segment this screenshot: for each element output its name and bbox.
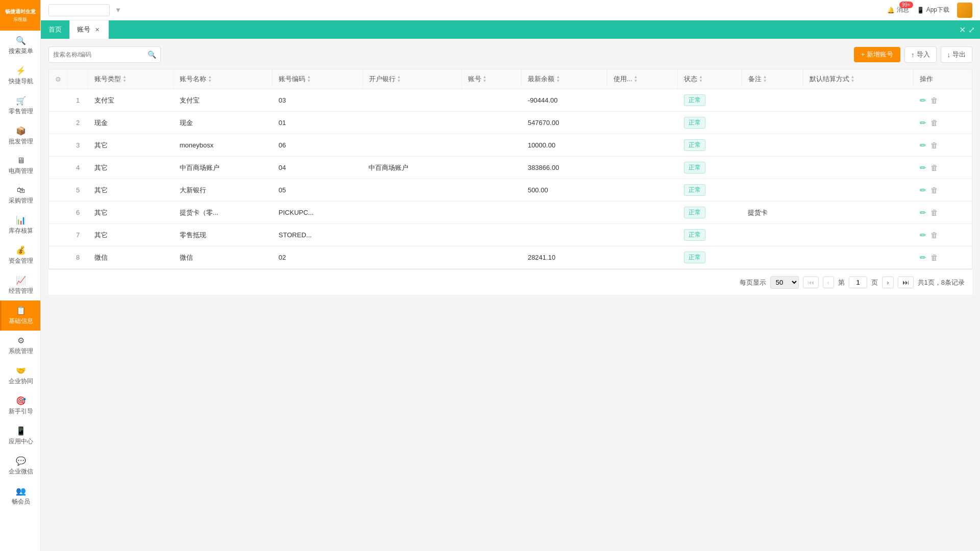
import-button[interactable]: ↑ 导入	[904, 46, 937, 63]
last-page-button[interactable]: ⏭	[898, 277, 914, 288]
import-icon: ↑	[911, 51, 915, 59]
page-number-input[interactable]	[849, 277, 867, 288]
row-type: 其它	[88, 134, 174, 157]
delete-button[interactable]: 🗑	[930, 186, 938, 194]
row-actions: ✏ 🗑	[914, 134, 972, 157]
sidebar-item-quicknav[interactable]: ⚡快捷导航	[0, 61, 40, 91]
row-default-payment	[803, 89, 914, 112]
edit-button[interactable]: ✏	[920, 186, 926, 195]
th-status[interactable]: 状态▲▼	[678, 69, 742, 89]
search-input[interactable]	[53, 51, 148, 58]
sidebar-item-basic[interactable]: 📋基础信息	[0, 300, 40, 331]
row-status: 正常	[678, 202, 742, 224]
row-balance: 500.00	[522, 179, 607, 202]
edit-button[interactable]: ✏	[920, 253, 926, 262]
sidebar-item-appcenter[interactable]: 📱应用中心	[0, 421, 40, 451]
user-avatar[interactable]	[957, 3, 972, 18]
delete-button[interactable]: 🗑	[930, 231, 938, 239]
edit-button[interactable]: ✏	[920, 163, 926, 172]
sidebar-item-finance[interactable]: 💰资金管理	[0, 240, 40, 270]
notification-badge: 99+	[899, 2, 913, 8]
status-badge: 正常	[684, 229, 705, 241]
row-balance: -90444.00	[522, 89, 607, 112]
row-name: 大新银行	[174, 179, 273, 202]
sidebar-item-wechat[interactable]: 💬企业微信	[0, 451, 40, 481]
sidebar-item-retail[interactable]: 🛒零售管理	[0, 91, 40, 121]
row-remark	[742, 134, 803, 157]
th-code[interactable]: 账号编码▲▼	[273, 69, 362, 89]
sidebar-item-wholesale[interactable]: 📦批发管理	[0, 121, 40, 151]
page-size-select[interactable]: 50 100 200	[770, 276, 799, 289]
row-balance	[522, 224, 607, 246]
row-actions: ✏ 🗑	[914, 157, 972, 179]
logo-text: 畅捷通时生意	[5, 8, 36, 15]
row-actions: ✏ 🗑	[914, 89, 972, 112]
status-badge: 正常	[684, 117, 705, 129]
edit-button[interactable]: ✏	[920, 118, 926, 128]
th-remark[interactable]: 备注▲▼	[742, 69, 803, 89]
sidebar-item-ecommerce[interactable]: 🖥电商管理	[0, 151, 40, 181]
edit-button[interactable]: ✏	[920, 96, 926, 105]
tab-home[interactable]: 首页	[41, 20, 69, 39]
row-num: 4	[68, 157, 88, 179]
sidebar-item-operations[interactable]: 📈经营管理	[0, 270, 40, 300]
topbar: ▼ 🔔 消息 99+ 📱 App下载	[41, 0, 980, 20]
sidebar-item-purchase[interactable]: 🛍采购管理	[0, 181, 40, 210]
edit-button[interactable]: ✏	[920, 231, 926, 240]
wholesale-icon: 📦	[16, 126, 26, 136]
add-account-button[interactable]: + 新增账号	[854, 47, 900, 62]
sidebar-item-cooperation[interactable]: 🤝企业协同	[0, 361, 40, 391]
th-account[interactable]: 账号▲▼	[461, 69, 522, 89]
row-num: 2	[68, 112, 88, 134]
sidebar-item-inventory[interactable]: 📊库存核算	[0, 210, 40, 240]
topbar-dropdown-icon[interactable]: ▼	[115, 6, 121, 14]
delete-button[interactable]: 🗑	[930, 141, 938, 149]
row-settings	[49, 202, 68, 224]
th-balance[interactable]: 最新余额▲▼	[522, 69, 607, 89]
next-page-button[interactable]: ›	[882, 277, 893, 288]
row-default-payment	[803, 157, 914, 179]
notification-button[interactable]: 🔔 消息 99+	[887, 6, 909, 14]
row-name: 现金	[174, 112, 273, 134]
sidebar-item-guide[interactable]: 🎯新手引导	[0, 391, 40, 421]
row-usage	[607, 202, 677, 224]
row-account	[461, 134, 522, 157]
status-badge: 正常	[684, 94, 705, 106]
sidebar-item-label: 应用中心	[9, 437, 33, 446]
delete-button[interactable]: 🗑	[930, 253, 938, 262]
row-num: 6	[68, 202, 88, 224]
edit-button[interactable]: ✏	[920, 141, 926, 150]
delete-button[interactable]: 🗑	[930, 163, 938, 172]
delete-button[interactable]: 🗑	[930, 208, 938, 217]
delete-button[interactable]: 🗑	[930, 118, 938, 127]
tab-accounts[interactable]: 账号 ✕	[69, 20, 109, 39]
topbar-left: ▼	[48, 4, 121, 16]
topbar-search-input[interactable]	[48, 4, 110, 16]
export-button[interactable]: ↓ 导出	[941, 46, 973, 63]
tab-close-icon[interactable]: ✕	[93, 26, 101, 34]
prev-page-button[interactable]: ‹	[823, 277, 834, 288]
th-name[interactable]: 账号名称▲▼	[174, 69, 273, 89]
row-type: 现金	[88, 112, 174, 134]
tab-close-action[interactable]: ✕	[959, 25, 966, 35]
th-default-payment[interactable]: 默认结算方式▲▼	[803, 69, 914, 89]
first-page-button[interactable]: ⏮	[803, 277, 819, 288]
sidebar-item-search[interactable]: 🔍搜索菜单	[0, 31, 40, 61]
edit-button[interactable]: ✏	[920, 208, 926, 217]
member-icon: 👥	[16, 486, 26, 496]
th-usage[interactable]: 使用...▲▼	[607, 69, 677, 89]
table-row: 1 支付宝 支付宝 03 -90444.00 正常 ✏ 🗑	[49, 89, 972, 112]
search-icon[interactable]: 🔍	[148, 51, 156, 59]
tab-expand-action[interactable]: ⤢	[968, 25, 975, 35]
th-bank[interactable]: 开户银行▲▼	[362, 69, 461, 89]
th-settings[interactable]: ⚙	[49, 69, 68, 89]
tab-home-label: 首页	[48, 25, 62, 34]
row-actions: ✏ 🗑	[914, 224, 972, 246]
th-type[interactable]: 账号类型▲▼	[88, 69, 174, 89]
row-account	[461, 112, 522, 134]
sidebar-item-system[interactable]: ⚙系统管理	[0, 331, 40, 361]
app-download-button[interactable]: 📱 App下载	[917, 6, 949, 14]
row-bank	[362, 112, 461, 134]
sidebar-item-member[interactable]: 👥畅会员	[0, 481, 40, 511]
delete-button[interactable]: 🗑	[930, 96, 938, 105]
